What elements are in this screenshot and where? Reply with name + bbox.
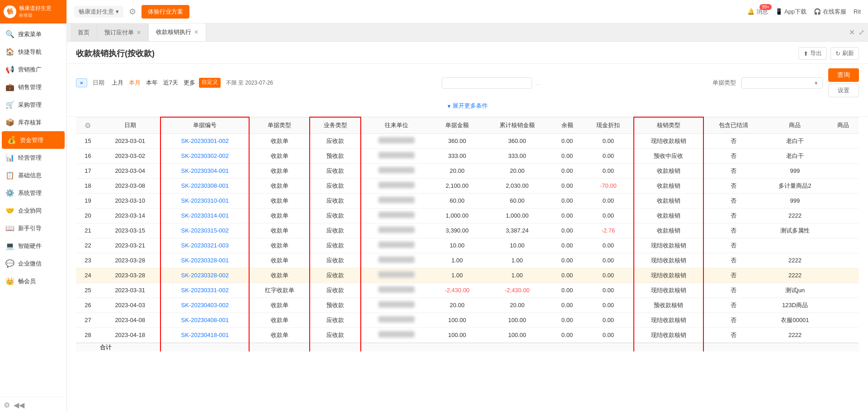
tab-close-prepaid[interactable]: ✕	[137, 29, 141, 36]
filter-expand-button[interactable]: »	[76, 78, 87, 87]
td-amount: 20.00	[431, 163, 483, 178]
app-download-button[interactable]: 📱 App下载	[775, 8, 807, 16]
td-business_type: 预收款	[310, 148, 361, 163]
td-business_type: 应收款	[310, 328, 361, 343]
filter-settings-button[interactable]: 设置	[828, 84, 859, 97]
th-write_off_type: 核销类型	[634, 117, 703, 133]
td-bill_no[interactable]: SK-20230314-001	[160, 208, 249, 223]
td-product2	[827, 208, 859, 223]
bill-no-link[interactable]: SK-20230308-001	[181, 182, 229, 189]
collapse-icon[interactable]: ◀◀	[14, 401, 24, 409]
bill-no-link[interactable]: SK-20230304-001	[181, 167, 229, 174]
td-bill_no[interactable]: SK-20230328-002	[160, 268, 249, 283]
date-option-3[interactable]: 近7天	[161, 78, 180, 88]
bill-no-link[interactable]: SK-20230314-001	[181, 212, 229, 219]
bill-no-link[interactable]: SK-20230302-002	[181, 152, 229, 159]
td-bill_no[interactable]: SK-20230408-001	[160, 313, 249, 328]
sidebar-label-sales: 销售管理	[18, 83, 42, 91]
td-cumulative: 100.00	[483, 313, 552, 328]
date-option-0[interactable]: 上月	[110, 78, 125, 88]
bill-no-link[interactable]: SK-20230403-002	[181, 302, 229, 309]
tab-collection[interactable]: 收款核销执行✕	[149, 24, 206, 41]
close-tab-button[interactable]: ✕	[849, 28, 855, 37]
td-bill_no[interactable]: SK-20230301-002	[160, 133, 249, 148]
td-bill_type: 收款单	[249, 178, 310, 193]
solution-button[interactable]: 体验行业方案	[142, 5, 189, 19]
bill-no-link[interactable]: SK-20230321-003	[181, 242, 229, 249]
maximize-tab-button[interactable]: ⤢	[859, 28, 864, 37]
td-discount: -2.76	[583, 223, 634, 238]
settings-icon[interactable]: ⚙	[4, 401, 10, 409]
td-bill_no[interactable]: SK-20230315-002	[160, 223, 249, 238]
td-counterparty	[361, 268, 431, 283]
sidebar-item-marketing[interactable]: 📢 营销推广	[0, 61, 66, 78]
bill-no-link[interactable]: SK-20230328-002	[181, 272, 229, 279]
gear-icon[interactable]: ⚙	[85, 122, 91, 129]
expand-more-button[interactable]: ▾ 展开更多条件	[448, 102, 488, 110]
td-bill_no[interactable]: SK-20230310-001	[160, 193, 249, 208]
bill-no-link[interactable]: SK-20230310-001	[181, 197, 229, 204]
td-bill_no[interactable]: SK-20230308-001	[160, 178, 249, 193]
bill-no-link[interactable]: SK-20230315-002	[181, 227, 229, 234]
sidebar-item-quick-nav[interactable]: 🏠 快捷导航	[0, 43, 66, 61]
export-button[interactable]: ⬆ 导出	[798, 47, 827, 60]
sidebar-item-wechat[interactable]: 💬 企业微信	[0, 255, 66, 272]
tfoot-cell-business_type	[310, 343, 361, 351]
tfoot-cell-date: 合计	[100, 343, 160, 351]
td-bill_no[interactable]: SK-20230304-001	[160, 163, 249, 178]
td-bill_no[interactable]: SK-20230403-002	[160, 298, 249, 313]
bill-no-link[interactable]: SK-20230408-001	[181, 317, 229, 323]
td-bill_no[interactable]: SK-20230302-002	[160, 148, 249, 163]
td-bill_no[interactable]: SK-20230328-001	[160, 253, 249, 268]
tab-home[interactable]: 首页	[71, 24, 97, 41]
bill-no-link[interactable]: SK-20230418-001	[181, 332, 229, 338]
sidebar-item-system[interactable]: ⚙️ 系统管理	[0, 184, 66, 202]
sidebar-item-inventory[interactable]: 📦 库存核算	[0, 114, 66, 131]
query-button[interactable]: 查询	[828, 68, 859, 82]
td-product: 999	[763, 163, 827, 178]
sidebar-item-finance[interactable]: 💰 资金管理	[2, 131, 65, 149]
date-option-4[interactable]: 更多	[182, 78, 197, 88]
sidebar-item-hardware[interactable]: 💻 智能硬件	[0, 237, 66, 255]
bill-type-select[interactable]: ▾	[741, 77, 823, 89]
tab-prepaid[interactable]: 预订应付单✕	[97, 24, 149, 41]
user-menu[interactable]: Rit	[854, 8, 861, 15]
sidebar-item-purchase[interactable]: 🛒 采购管理	[0, 96, 66, 114]
main-content: 畅康道好生意 ▾ ⚙ 体验行业方案 🔔 消息 99+ 📱 App下载 🎧 在线客…	[67, 0, 868, 413]
td-date: 2023-03-28	[100, 253, 160, 268]
online-service-button[interactable]: 🎧 在线客服	[814, 8, 846, 16]
td-bill_no[interactable]: SK-20230331-002	[160, 283, 249, 298]
sidebar-item-basic[interactable]: 📋 基础信息	[0, 166, 66, 184]
refresh-button[interactable]: ↻ 刷新	[830, 47, 859, 60]
date-option-2[interactable]: 本年	[144, 78, 160, 88]
sidebar-item-enterprise[interactable]: 🤝 企业协同	[0, 202, 66, 219]
td-counterparty	[361, 253, 431, 268]
messages-button[interactable]: 🔔 消息 99+	[747, 8, 768, 16]
th-business_type: 业务类型	[310, 117, 361, 133]
tab-close-collection[interactable]: ✕	[194, 29, 198, 35]
bill-no-link[interactable]: SK-20230331-002	[181, 287, 229, 294]
sidebar-item-member[interactable]: 👑 畅会员	[0, 272, 66, 290]
date-option-1[interactable]: 本月	[127, 78, 142, 88]
sidebar-item-sales[interactable]: 💼 销售管理	[0, 78, 66, 96]
sidebar-title: 畅康道好生意	[19, 5, 52, 12]
custom-date-button[interactable]: 自定义	[199, 78, 221, 88]
td-no: 27	[76, 313, 100, 328]
bill-no-link[interactable]: SK-20230301-002	[181, 138, 229, 144]
sidebar-label-guide: 新手引导	[18, 224, 42, 233]
sidebar-item-operation[interactable]: 📊 经营管理	[0, 149, 66, 166]
gear-icon[interactable]: ⚙	[129, 7, 136, 17]
sidebar-item-search[interactable]: 🔍 搜索菜单	[0, 25, 66, 43]
company-selector[interactable]: 畅康道好生意 ▾	[74, 6, 123, 18]
td-bill_no[interactable]: SK-20230321-003	[160, 238, 249, 253]
counterparty-input[interactable]	[442, 77, 532, 89]
td-product2	[827, 148, 859, 163]
tfoot-cell-bill_no	[160, 343, 249, 351]
td-include_settled: 否	[703, 148, 763, 163]
table-footer-row: 合计	[76, 343, 859, 351]
wechat-icon: 💬	[5, 259, 14, 268]
bill-no-link[interactable]: SK-20230328-001	[181, 257, 229, 264]
td-bill_no[interactable]: SK-20230418-001	[160, 328, 249, 343]
sidebar-item-guide[interactable]: 📖 新手引导	[0, 219, 66, 237]
td-date: 2023-03-10	[100, 193, 160, 208]
